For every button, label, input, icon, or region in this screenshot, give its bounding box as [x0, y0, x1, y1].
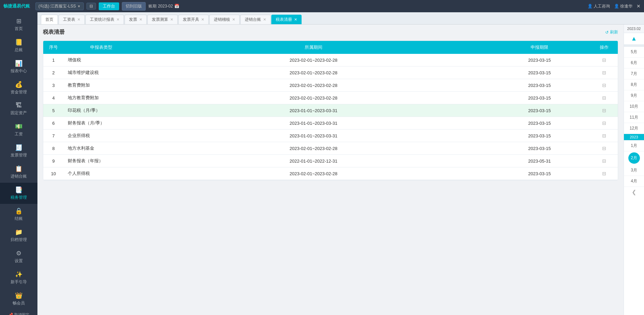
action-icon[interactable]: ⊟	[602, 171, 606, 176]
table-row[interactable]: 5 印花税（月/季） 2023-01-01~2023-03-31 2023-03…	[43, 104, 618, 117]
action-icon[interactable]: ⊟	[602, 95, 606, 101]
sidebar-item-tax[interactable]: 📑 税务管理	[0, 183, 37, 204]
sidebar-item-archive[interactable]: 📁 归档管理	[0, 225, 37, 246]
tab-home[interactable]: 首页	[41, 15, 58, 24]
cell-action[interactable]: ⊟	[591, 155, 618, 167]
calendar-icon[interactable]: 📅	[174, 4, 179, 9]
tab-tax-list[interactable]: 税表清册 ✕	[271, 15, 302, 24]
action-icon[interactable]: ⊟	[602, 82, 606, 88]
cell-type: 财务报表（月/季）	[64, 117, 139, 130]
month-2022-05[interactable]: 5月	[624, 47, 644, 58]
month-2022-06[interactable]: 6月	[624, 58, 644, 69]
month-2022-11[interactable]: 11月	[624, 112, 644, 123]
sidebar-item-label: 结账	[15, 216, 23, 222]
action-icon[interactable]: ⊟	[602, 146, 606, 151]
table-row[interactable]: 6 财务报表（月/季） 2023-01-01~2023-03-31 2023-0…	[43, 117, 618, 130]
company-name: (勾选) 江西服宝-LSS	[38, 3, 76, 9]
table-row[interactable]: 10 个人所得税 2023-02-01~2023-02-28 2023-03-1…	[43, 167, 618, 180]
refresh-button[interactable]: ↺ 刷新	[605, 29, 618, 35]
sidebar-item-funds[interactable]: 💰 资金管理	[0, 77, 37, 99]
workbench-button[interactable]: 工作台	[99, 2, 119, 10]
sidebar-item-member[interactable]: 👑 畅会员	[0, 288, 37, 310]
action-icon[interactable]: ⊟	[602, 133, 606, 138]
user-service[interactable]: 👤 人工咨询	[587, 3, 610, 9]
sidebar-item-reports[interactable]: 📊 报表中心	[0, 56, 37, 77]
table-row[interactable]: 4 地方教育费附加 2023-02-01~2023-02-28 2023-03-…	[43, 92, 618, 104]
period-label: 账期	[148, 3, 157, 9]
cell-period: 2023-02-01~2023-02-28	[139, 54, 488, 66]
switch-old-button[interactable]: 切到旧版	[122, 2, 146, 11]
sidebar-item-salary[interactable]: 💵 工资	[0, 119, 37, 140]
cell-action[interactable]: ⊟	[591, 66, 618, 79]
cell-action[interactable]: ⊟	[591, 117, 618, 130]
table-row[interactable]: 7 企业所得税 2023-01-01~2023-03-31 2023-03-15…	[43, 130, 618, 142]
tab-close-icon[interactable]: ✕	[116, 17, 119, 22]
unpin-button[interactable]: 📌 取消固定	[0, 310, 37, 315]
tab-invoice-open[interactable]: 发票开具 ✕	[178, 15, 209, 24]
month-2022-10[interactable]: 10月	[624, 101, 644, 112]
month-2022-09[interactable]: 9月	[624, 90, 644, 101]
cell-action[interactable]: ⊟	[591, 79, 618, 92]
collapse-down-button[interactable]: ❮	[624, 187, 644, 197]
action-icon[interactable]: ⊟	[602, 57, 606, 63]
sidebar-item-assets[interactable]: 🏗 固定资产	[0, 99, 37, 119]
tab-close-icon[interactable]: ✕	[232, 17, 235, 22]
month-2023-04[interactable]: 4月	[624, 176, 644, 187]
tab-close-icon[interactable]: ✕	[294, 17, 297, 22]
tab-invoice-check[interactable]: 发票测算 ✕	[147, 15, 178, 24]
month-2022-08[interactable]: 8月	[624, 79, 644, 90]
cell-action[interactable]: ⊟	[591, 130, 618, 142]
tab-close-icon[interactable]: ✕	[77, 17, 80, 22]
month-2023-01[interactable]: 1月	[624, 140, 644, 151]
cell-action[interactable]: ⊟	[591, 167, 618, 180]
table-body: 1 增值税 2023-02-01~2023-02-28 2023-03-15 ⊟…	[43, 54, 618, 180]
action-icon[interactable]: ⊟	[602, 108, 606, 113]
sidebar-item-ledger[interactable]: 📒 总账	[0, 35, 37, 56]
tab-close-icon[interactable]: ✕	[139, 17, 142, 22]
table-row[interactable]: 3 教育费附加 2023-02-01~2023-02-28 2023-03-15…	[43, 79, 618, 92]
table-row[interactable]: 9 财务报表（年报） 2022-01-01~2022-12-31 2023-05…	[43, 155, 618, 167]
sidebar-item-home[interactable]: ⊞ 首页	[0, 14, 37, 35]
tab-purchase-check[interactable]: 进销稽核 ✕	[209, 15, 240, 24]
action-icon[interactable]: ⊟	[602, 120, 606, 126]
sidebar-item-closing[interactable]: 🔒 结账	[0, 204, 37, 225]
cell-action[interactable]: ⊟	[591, 142, 618, 155]
cell-action[interactable]: ⊟	[591, 104, 618, 117]
sidebar-item-label: 设置	[15, 258, 23, 264]
tab-invoices[interactable]: 发票 ✕	[125, 15, 147, 24]
table-row[interactable]: 8 地方水利基金 2023-02-01~2023-02-28 2023-03-1…	[43, 142, 618, 155]
tab-close-icon[interactable]: ✕	[201, 17, 204, 22]
window-close-button[interactable]: ✕	[637, 3, 641, 9]
month-2023-03[interactable]: 3月	[624, 165, 644, 176]
cell-seq: 2	[43, 66, 64, 79]
table-header: 序号 申报表类型 所属期间 申报期限 操作	[43, 41, 618, 54]
sidebar-item-invoices[interactable]: 🧾 发票管理	[0, 140, 37, 162]
cell-action[interactable]: ⊟	[591, 54, 618, 66]
cell-period: 2023-01-01~2023-03-31	[139, 117, 488, 130]
sidebar-item-settings[interactable]: ⚙ 设置	[0, 246, 37, 267]
top-bar-right: 👤 人工咨询 👤 徐逢华 ✕	[587, 3, 641, 9]
collapse-up-button[interactable]: ▲	[624, 33, 644, 44]
cell-action[interactable]: ⊟	[591, 92, 618, 104]
cell-seq: 1	[43, 54, 64, 66]
month-2023-02[interactable]: 2月	[628, 152, 640, 164]
user-profile[interactable]: 👤 徐逢华	[614, 3, 632, 9]
table-row[interactable]: 2 城市维护建设税 2023-02-01~2023-02-28 2023-03-…	[43, 66, 618, 79]
action-icon[interactable]: ⊟	[602, 158, 606, 164]
tab-salary-stats[interactable]: 工资统计报表 ✕	[85, 15, 124, 24]
home-icon: ⊞	[16, 17, 21, 25]
action-icon[interactable]: ⊟	[602, 70, 606, 75]
company-selector[interactable]: (勾选) 江西服宝-LSS ▼	[35, 2, 84, 10]
sidebar-item-purchase[interactable]: 📋 进销台账	[0, 162, 37, 183]
tab-salary-table[interactable]: 工资表 ✕	[59, 15, 85, 24]
reports-icon: 📊	[15, 60, 22, 67]
tab-purchase-ledger[interactable]: 进销台账 ✕	[240, 15, 271, 24]
copy-button[interactable]: ⊟	[86, 3, 96, 10]
month-2022-12[interactable]: 12月	[624, 123, 644, 134]
archive-icon: 📁	[15, 228, 22, 236]
month-2022-07[interactable]: 7月	[624, 69, 644, 79]
table-row[interactable]: 1 增值税 2023-02-01~2023-02-28 2023-03-15 ⊟	[43, 54, 618, 66]
tab-close-icon[interactable]: ✕	[263, 17, 266, 22]
tab-close-icon[interactable]: ✕	[170, 17, 173, 22]
sidebar-item-guide[interactable]: ✨ 新手引导	[0, 267, 37, 288]
